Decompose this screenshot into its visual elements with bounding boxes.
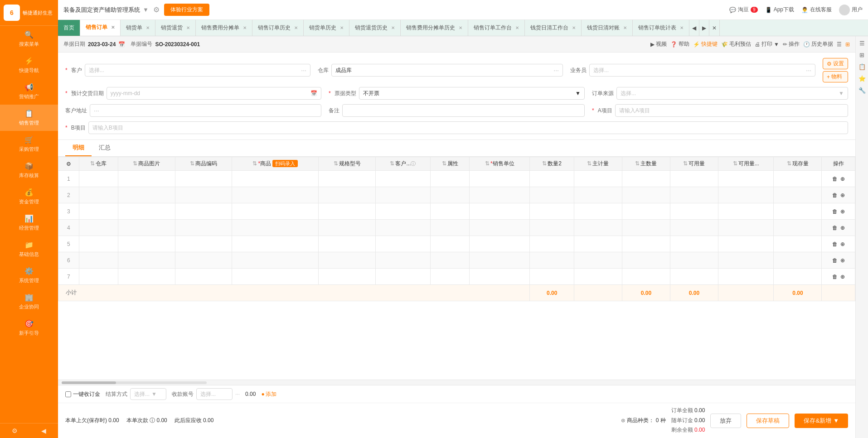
delete-icon-4[interactable]: 🗑: [832, 225, 838, 231]
collapse-icon[interactable]: ◀: [41, 427, 46, 434]
tab-sales-order-close[interactable]: ✕: [111, 25, 115, 30]
tab-sales-return-close[interactable]: ✕: [186, 25, 190, 30]
right-btn-3[interactable]: 📋: [857, 62, 867, 72]
right-btn-5[interactable]: 🔧: [857, 85, 867, 95]
tab-sales-invoice-history[interactable]: 销货单历史 ✕: [304, 20, 349, 36]
customer-dots[interactable]: ···: [301, 67, 306, 74]
tab-7-close[interactable]: ✕: [391, 25, 395, 30]
copy-icon-1[interactable]: ⊕: [840, 176, 845, 182]
tab-home[interactable]: 首页: [58, 20, 80, 36]
tab-summary[interactable]: 汇总: [92, 140, 118, 156]
shortcut-btn[interactable]: ⚡ 快捷键: [693, 40, 718, 48]
operation-btn[interactable]: ✏ 操作: [783, 40, 800, 48]
copy-icon-7[interactable]: ⊕: [840, 274, 845, 280]
tab-sales-expense-close[interactable]: ✕: [243, 25, 247, 30]
tab-sales-invoice[interactable]: 销货单 ✕: [121, 20, 155, 36]
warehouse-input[interactable]: 成品库 ···: [331, 64, 563, 77]
row-main-unit-1[interactable]: [574, 171, 622, 187]
row-product-1[interactable]: [232, 171, 319, 187]
view-btn[interactable]: ▶ 视频: [650, 40, 667, 48]
copy-icon-4[interactable]: ⊕: [840, 225, 845, 231]
tab-11-close[interactable]: ✕: [623, 25, 627, 30]
tab-sales-return[interactable]: 销货退货 ✕: [155, 20, 196, 36]
row-warehouse-1[interactable]: [79, 171, 118, 187]
sidebar-item-purchase[interactable]: 🛒 采购管理: [0, 131, 58, 157]
delete-icon-2[interactable]: 🗑: [832, 192, 838, 198]
row-main-qty-1[interactable]: [622, 171, 670, 187]
copy-icon-3[interactable]: ⊕: [840, 208, 845, 215]
tab-sales-invoice-close[interactable]: ✕: [146, 25, 150, 30]
project-a-input[interactable]: 请输入A项目: [615, 104, 848, 117]
profit-btn[interactable]: 🌾 毛利预估: [721, 40, 751, 48]
industry-solution-button[interactable]: 体验行业方案: [164, 4, 209, 16]
tab-prev-button[interactable]: ◀: [689, 20, 699, 36]
tab-sales-order[interactable]: 销售订单 ✕: [80, 20, 121, 36]
invoice-type-select[interactable]: 不开票 ▼: [359, 87, 585, 100]
delete-icon-7[interactable]: 🗑: [832, 274, 838, 280]
row-available2-1[interactable]: [718, 171, 774, 187]
tab-9-close[interactable]: ✕: [515, 25, 519, 30]
tab-detail[interactable]: 明细: [65, 140, 92, 156]
print-btn[interactable]: 🖨 打印 ▼: [755, 40, 779, 48]
row-available-1[interactable]: [670, 171, 718, 187]
tab-sales-expense-history[interactable]: 销售费用分摊单历史 ✕: [401, 20, 468, 36]
right-btn-2[interactable]: ⊞: [857, 50, 867, 60]
project-b-input[interactable]: 请输入B项目: [88, 121, 848, 134]
delivery-calendar-icon[interactable]: 📅: [310, 90, 317, 96]
tab-sales-order-history[interactable]: 销售订单历史 ✕: [252, 20, 304, 36]
sidebar-item-system[interactable]: ⚙️ 系统管理: [0, 262, 58, 289]
delete-icon-6[interactable]: 🗑: [832, 257, 838, 264]
copy-icon-2[interactable]: ⊕: [840, 192, 845, 198]
customer-address-input[interactable]: ···: [90, 104, 321, 117]
salesperson-input[interactable]: 选择... ···: [589, 64, 815, 77]
account-dots[interactable]: ···: [235, 391, 240, 397]
settings-btn[interactable]: ⚙ 设置: [823, 58, 848, 69]
system-dropdown-icon[interactable]: ▼: [143, 6, 149, 13]
app-download-button[interactable]: 📱 App下载: [765, 6, 794, 14]
row-stock-1[interactable]: [774, 171, 822, 187]
add-payment-button[interactable]: ● 添加: [261, 390, 276, 398]
row-customer-code-1[interactable]: [376, 171, 431, 187]
sidebar-item-inventory[interactable]: 📦 库存核算: [0, 157, 58, 183]
layout-grid-btn[interactable]: ⊞: [845, 41, 850, 48]
sidebar-item-sales[interactable]: 📋 销售管理: [0, 105, 58, 131]
right-btn-4[interactable]: ⭐: [857, 73, 867, 83]
layout-list-btn[interactable]: ☰: [837, 41, 842, 48]
tab-8-close[interactable]: ✕: [459, 25, 462, 30]
history-btn[interactable]: 🕐 历史单据: [803, 40, 833, 48]
help-btn[interactable]: ❓ 帮助: [670, 40, 689, 48]
memo-input[interactable]: [342, 104, 585, 117]
account-select[interactable]: 选择...: [196, 388, 233, 400]
scroll-thumb[interactable]: [62, 381, 116, 384]
delete-icon-5[interactable]: 🗑: [832, 241, 838, 247]
tab-sales-summary[interactable]: 销售订单统计表 ✕: [633, 20, 689, 36]
warehouse-dots[interactable]: ···: [553, 67, 559, 74]
address-dots[interactable]: ···: [94, 107, 99, 114]
material-btn[interactable]: + 物料: [823, 71, 848, 82]
gear-settings-icon[interactable]: ⚙: [153, 5, 160, 14]
copy-icon-5[interactable]: ⊕: [840, 241, 845, 247]
tab-sales-return-history[interactable]: 销货退货历史 ✕: [349, 20, 401, 36]
row-attribute-1[interactable]: [430, 171, 469, 187]
row-code-1[interactable]: [175, 171, 232, 187]
scroll-track[interactable]: [62, 381, 207, 384]
sidebar-item-quick[interactable]: ⚡ 快捷导航: [0, 52, 58, 78]
customer-input[interactable]: 选择... ···: [85, 64, 310, 77]
save-draft-button[interactable]: 保存草稿: [747, 414, 789, 428]
tab-next-button[interactable]: ▶: [699, 20, 709, 36]
payment-method-select[interactable]: 选择... ▼: [130, 388, 166, 400]
sidebar-item-marketing[interactable]: 📢 营销推广: [0, 78, 58, 105]
sidebar-item-search[interactable]: 🔍 搜索菜单: [0, 26, 58, 52]
online-service-button[interactable]: 👨‍💼 在线客服: [801, 6, 832, 14]
row-spec-1[interactable]: [319, 171, 376, 187]
delete-icon-1[interactable]: 🗑: [832, 176, 838, 182]
sidebar-item-basic[interactable]: 📁 基础信息: [0, 236, 58, 262]
scan-btn[interactable]: 扫码录入: [272, 160, 298, 167]
tab-12-close[interactable]: ✕: [680, 25, 684, 30]
tab-cash-workbench[interactable]: 钱货日清工作台 ✕: [525, 20, 582, 36]
save-new-dropdown-icon[interactable]: ▼: [833, 417, 839, 424]
message-button[interactable]: 💬 淘豆 9: [729, 6, 758, 14]
sidebar-item-guide[interactable]: 🎯 新手引导: [0, 315, 58, 341]
tab-10-close[interactable]: ✕: [572, 25, 576, 30]
one-click-checkbox[interactable]: [65, 391, 71, 397]
